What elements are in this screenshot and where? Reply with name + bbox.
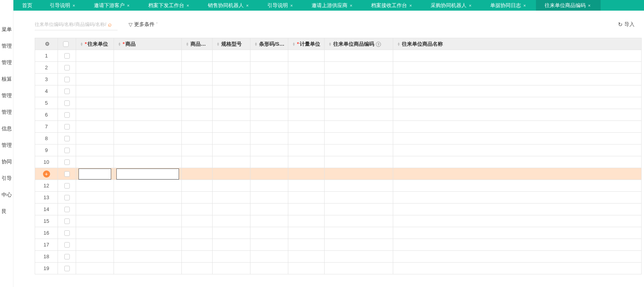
cell-barcode[interactable] [250,62,288,74]
cell-unit[interactable] [288,144,325,156]
cell-unit[interactable] [288,85,325,97]
col-partner_code[interactable]: ▲▼往来单位商品编码? [325,38,393,50]
cell-partner_name[interactable] [393,133,642,144]
close-icon[interactable]: × [246,4,250,7]
cell-unit[interactable] [288,239,325,251]
cell-unit[interactable] [288,50,325,62]
col-product_more[interactable]: ▲▼商品… [182,38,213,50]
cell-product_more[interactable] [182,263,213,274]
cell-spec[interactable] [213,144,250,156]
cell-partner_name[interactable] [393,239,642,251]
sidebar-item-1[interactable]: 管理 [0,38,13,54]
cell-partner_name[interactable] [393,97,642,109]
cell-unit[interactable] [288,156,325,168]
cell-partner_name[interactable] [393,85,642,97]
row-checkbox[interactable] [64,112,70,118]
add-row-button[interactable]: + [43,170,50,178]
cell-product[interactable] [114,97,182,109]
sort-icon[interactable]: ▲▼ [80,42,83,46]
col-partner_name[interactable]: ▲▼往来单位商品名称 [393,38,642,50]
cell-product[interactable] [114,263,182,274]
cell-product_more[interactable] [182,215,213,227]
row-checkbox[interactable] [64,195,70,200]
cell-product_more[interactable] [182,192,213,204]
cell-product[interactable] [114,144,182,156]
cell-product_more[interactable] [182,239,213,251]
row-checkbox[interactable] [64,65,70,70]
col-partner[interactable]: ▲▼*往来单位 [76,38,114,50]
cell-product[interactable] [114,168,182,180]
sidebar-item-9[interactable]: 引导 [0,170,13,187]
cell-partner_code[interactable] [325,239,393,251]
cell-spec[interactable] [213,85,250,97]
cell-unit[interactable] [288,227,325,239]
cell-product_more[interactable] [182,97,213,109]
cell-unit[interactable] [288,62,325,74]
cell-partner_code[interactable] [325,156,393,168]
cell-partner_code[interactable] [325,109,393,121]
col-product[interactable]: ▲▼*商品 [114,38,182,50]
cell-partner_code[interactable] [325,215,393,227]
cell-partner_code[interactable] [325,251,393,263]
cell-partner[interactable] [76,109,114,121]
cell-barcode[interactable] [250,180,288,192]
cell-product[interactable] [114,156,182,168]
row-checkbox[interactable] [64,124,70,130]
cell-product[interactable] [114,85,182,97]
cell-product[interactable] [114,192,182,204]
cell-unit[interactable] [288,168,325,180]
cell-product_more[interactable] [182,251,213,263]
sort-icon[interactable]: ▲▼ [254,42,258,46]
cell-partner_name[interactable] [393,109,642,121]
cell-barcode[interactable] [250,109,288,121]
cell-spec[interactable] [213,74,250,85]
cell-product_more[interactable] [182,121,213,133]
tab-2[interactable]: 邀请下游客户× [85,0,140,11]
more-filter-button[interactable]: ▽ 更多条件 ˇ [129,19,158,30]
header-checkbox[interactable] [63,41,69,47]
cell-product[interactable] [114,121,182,133]
close-icon[interactable]: × [127,4,131,7]
cell-partner_name[interactable] [393,156,642,168]
cell-product[interactable] [114,239,182,251]
cell-partner_name[interactable] [393,263,642,274]
tab-3[interactable]: 档案下发工作台× [140,0,199,11]
cell-partner[interactable] [76,74,114,85]
row-checkbox[interactable] [64,207,70,212]
cell-barcode[interactable] [250,50,288,62]
cell-product_more[interactable] [182,109,213,121]
cell-partner_name[interactable] [393,204,642,215]
cell-barcode[interactable] [250,156,288,168]
cell-partner_code[interactable] [325,121,393,133]
row-checkbox[interactable] [64,230,70,236]
row-checkbox[interactable] [64,77,70,82]
cell-partner_name[interactable] [393,121,642,133]
cell-partner_name[interactable] [393,251,642,263]
cell-barcode[interactable] [250,192,288,204]
cell-partner_code[interactable] [325,97,393,109]
row-checkbox[interactable] [64,100,70,106]
cell-partner_name[interactable] [393,74,642,85]
cell-spec[interactable] [213,239,250,251]
cell-partner[interactable] [76,144,114,156]
cell-spec[interactable] [213,62,250,74]
cell-barcode[interactable] [250,133,288,144]
cell-partner_code[interactable] [325,85,393,97]
sort-icon[interactable]: ▲▼ [292,42,295,46]
cell-partner_code[interactable] [325,62,393,74]
cell-partner[interactable] [76,192,114,204]
row-checkbox[interactable] [64,183,70,189]
cell-partner_code[interactable] [325,50,393,62]
tab-6[interactable]: 邀请上游供应商× [303,0,362,11]
row-checkbox[interactable] [64,242,70,248]
cell-partner_name[interactable] [393,227,642,239]
cell-partner[interactable] [76,204,114,215]
cell-partner[interactable] [76,263,114,274]
cell-partner_name[interactable] [393,168,642,180]
cell-partner_code[interactable] [325,168,393,180]
cell-partner_code[interactable] [325,192,393,204]
sidebar-item-7[interactable]: 管理 [0,137,13,154]
close-icon[interactable]: × [350,4,354,7]
cell-spec[interactable] [213,204,250,215]
cell-unit[interactable] [288,74,325,85]
